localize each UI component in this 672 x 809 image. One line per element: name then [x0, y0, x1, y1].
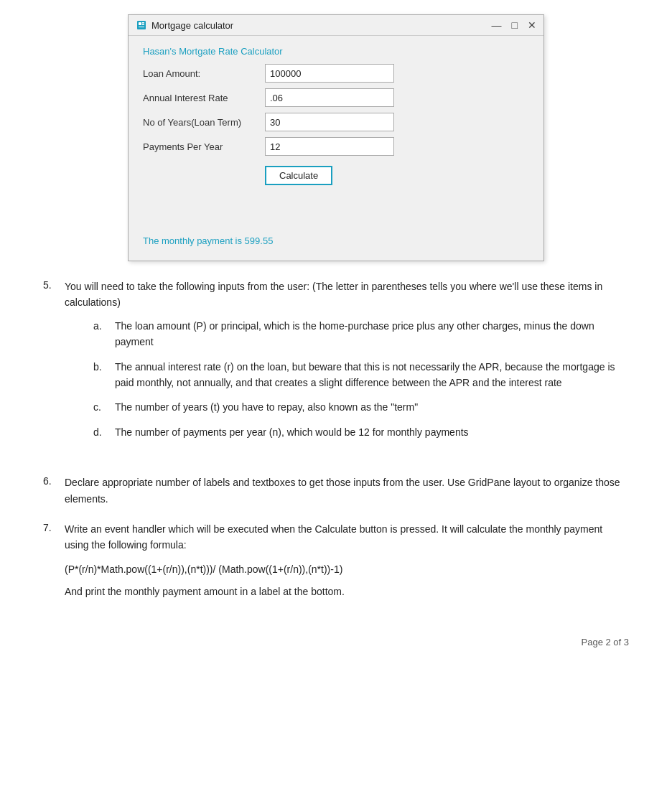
- app-content: Hasan's Mortgate Rate Calculator Loan Am…: [129, 36, 543, 261]
- interest-rate-input[interactable]: [265, 88, 394, 107]
- sub-c-letter: c.: [93, 399, 115, 415]
- svg-rect-1: [139, 22, 141, 25]
- sub-a-text: The loan amount (P) or principal, which …: [115, 318, 629, 350]
- item-7-body: Write an event handler which will be exe…: [65, 521, 629, 608]
- formula-line-1: (P*(r/n)*Math.pow((1+(r/n)),(n*t)))/ (Ma…: [65, 561, 629, 579]
- sub-item-d: d. The number of payments per year (n), …: [65, 424, 629, 440]
- item-7-text: Write an event handler which will be exe…: [65, 523, 602, 551]
- sub-b-letter: b.: [93, 359, 115, 391]
- document-content: 5. You will need to take the following i…: [29, 279, 643, 647]
- window-controls: — □ ✕: [492, 20, 536, 30]
- sub-item-a: a. The loan amount (P) or principal, whi…: [65, 318, 629, 350]
- page-footer: Page 2 of 3: [43, 637, 629, 647]
- item-5-text: You will need to take the following inpu…: [65, 281, 602, 308]
- app-icon: [136, 19, 147, 31]
- sub-d-text: The number of payments per year (n), whi…: [115, 424, 629, 440]
- close-button[interactable]: ✕: [528, 20, 536, 30]
- result-text: The monthly payment is 599.55: [143, 235, 529, 246]
- list-item-7: 7. Write an event handler which will be …: [43, 521, 629, 608]
- formula-block: (P*(r/n)*Math.pow((1+(r/n)),(n*t)))/ (Ma…: [65, 561, 629, 601]
- interest-rate-label: Annual Interest Rate: [143, 93, 265, 103]
- payments-label: Payments Per Year: [143, 141, 265, 152]
- item-7-number: 7.: [43, 521, 65, 533]
- item-5-body: You will need to take the following inpu…: [65, 279, 629, 449]
- years-row: No of Years(Loan Term): [143, 113, 529, 131]
- window-title: Mortgage calculator: [151, 20, 492, 31]
- interest-rate-row: Annual Interest Rate: [143, 88, 529, 107]
- sub-a-letter: a.: [93, 318, 115, 350]
- app-subtitle: Hasan's Mortgate Rate Calculator: [143, 46, 529, 57]
- calculate-button[interactable]: Calculate: [265, 166, 332, 185]
- svg-rect-3: [142, 24, 144, 26]
- minimize-button[interactable]: —: [492, 20, 502, 30]
- app-window: Mortgage calculator — □ ✕ Hasan's Mortga…: [128, 14, 544, 261]
- item-5-number: 5.: [43, 279, 65, 291]
- loan-amount-label: Loan Amount:: [143, 68, 265, 79]
- svg-rect-2: [142, 22, 144, 24]
- svg-rect-4: [139, 27, 144, 27]
- sub-item-b: b. The annual interest rate (r) on the l…: [65, 359, 629, 391]
- sub-list-5: a. The loan amount (P) or principal, whi…: [65, 318, 629, 440]
- sub-d-letter: d.: [93, 424, 115, 440]
- formula-line-2: And print the monthly payment amount in …: [65, 583, 629, 601]
- sub-c-text: The number of years (t) you have to repa…: [115, 399, 629, 415]
- years-label: No of Years(Loan Term): [143, 117, 265, 128]
- payments-input[interactable]: [265, 137, 394, 156]
- sub-item-c: c. The number of years (t) you have to r…: [65, 399, 629, 415]
- item-6-body: Declare appropriate number of labels and…: [65, 474, 629, 507]
- item-6-number: 6.: [43, 474, 65, 487]
- numbered-list: 5. You will need to take the following i…: [43, 279, 629, 608]
- title-bar: Mortgage calculator — □ ✕: [129, 15, 543, 36]
- page-number: Page 2 of 3: [582, 637, 630, 647]
- years-input[interactable]: [265, 113, 394, 131]
- svg-rect-0: [137, 21, 146, 29]
- loan-amount-row: Loan Amount:: [143, 64, 529, 83]
- maximize-button[interactable]: □: [512, 20, 518, 30]
- loan-amount-input[interactable]: [265, 64, 394, 83]
- list-item-6: 6. Declare appropriate number of labels …: [43, 474, 629, 507]
- payments-row: Payments Per Year: [143, 137, 529, 156]
- item-6-text: Declare appropriate number of labels and…: [65, 477, 620, 504]
- list-item-5: 5. You will need to take the following i…: [43, 279, 629, 449]
- sub-b-text: The annual interest rate (r) on the loan…: [115, 359, 629, 391]
